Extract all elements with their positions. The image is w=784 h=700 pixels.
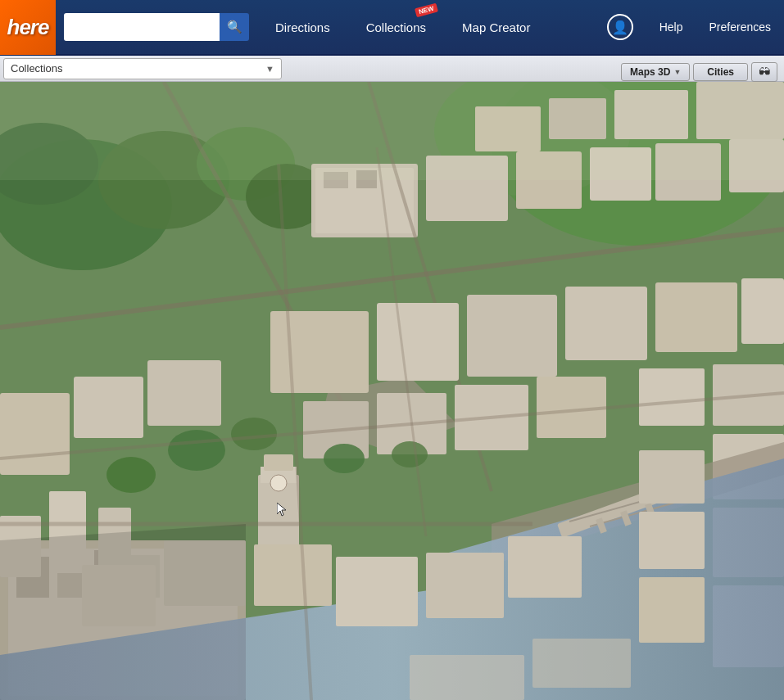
- person-icon: 👤: [612, 20, 628, 35]
- map-creator-label: Map Creator: [462, 20, 530, 34]
- svg-point-61: [392, 441, 428, 467]
- cities-button[interactable]: Cities: [693, 63, 748, 81]
- here-logo[interactable]: here: [0, 0, 56, 55]
- svg-rect-72: [639, 577, 705, 643]
- search-input[interactable]: [64, 13, 220, 41]
- svg-rect-41: [467, 295, 557, 377]
- svg-rect-70: [639, 450, 705, 504]
- main-nav: Directions Collections NEW Map Creator: [257, 0, 548, 54]
- collections-badge: NEW: [415, 3, 438, 18]
- svg-rect-77: [426, 553, 504, 618]
- cities-label: Cities: [707, 66, 734, 78]
- search-container: 🔍: [64, 13, 249, 41]
- svg-rect-44: [741, 278, 784, 344]
- maps-3d-label: Maps 3D: [630, 66, 670, 78]
- nav-collections[interactable]: Collections NEW: [348, 0, 444, 55]
- svg-rect-71: [639, 512, 705, 569]
- toolbar: Collections ▼ Maps 3D ▼ Cities 🕶: [0, 56, 784, 82]
- login-button[interactable]: 👤: [594, 0, 646, 55]
- help-button[interactable]: Help: [646, 0, 696, 55]
- nav-map-creator[interactable]: Map Creator: [444, 0, 548, 55]
- streetview-button[interactable]: 🕶: [751, 62, 777, 82]
- map-svg: [0, 82, 784, 700]
- svg-rect-39: [270, 311, 369, 393]
- streetview-icon: 🕶: [759, 65, 770, 79]
- maps-3d-button[interactable]: Maps 3D ▼: [621, 63, 690, 81]
- svg-point-35: [270, 475, 287, 491]
- map-controls: Maps 3D ▼ Cities 🕶: [621, 62, 777, 82]
- dropdown-arrow-icon: ▼: [265, 64, 274, 74]
- search-button[interactable]: 🔍: [220, 13, 249, 41]
- svg-rect-76: [336, 557, 418, 626]
- directions-label: Directions: [275, 20, 330, 34]
- svg-rect-42: [565, 287, 647, 360]
- svg-rect-86: [0, 82, 784, 180]
- svg-point-58: [231, 418, 277, 450]
- right-nav: 👤 Help Preferences: [594, 0, 784, 54]
- svg-rect-75: [254, 544, 332, 606]
- svg-rect-78: [508, 536, 582, 598]
- collections-dropdown[interactable]: Collections ▼: [3, 58, 282, 79]
- nav-directions[interactable]: Directions: [257, 0, 348, 55]
- svg-point-57: [168, 430, 225, 471]
- map-area[interactable]: [0, 82, 784, 700]
- svg-rect-52: [639, 368, 705, 426]
- svg-rect-43: [655, 282, 737, 352]
- collections-dropdown-label: Collections: [11, 62, 63, 75]
- svg-rect-80: [410, 655, 524, 700]
- header: here 🔍 Directions Collections NEW Map Cr…: [0, 0, 784, 56]
- svg-rect-45: [147, 360, 221, 426]
- svg-marker-85: [0, 524, 246, 700]
- svg-rect-34: [264, 454, 293, 471]
- svg-point-60: [324, 444, 365, 473]
- collections-label: Collections: [366, 20, 426, 34]
- svg-rect-79: [532, 639, 631, 688]
- svg-rect-40: [377, 303, 459, 381]
- search-icon: 🔍: [227, 20, 242, 34]
- preferences-label: Preferences: [709, 20, 771, 34]
- maps-3d-dropdown-icon: ▼: [673, 68, 681, 76]
- svg-rect-47: [0, 393, 70, 475]
- help-label: Help: [659, 20, 683, 34]
- logo-text: here: [7, 15, 49, 40]
- svg-point-59: [106, 457, 156, 493]
- login-icon: 👤: [607, 14, 633, 40]
- svg-rect-46: [74, 377, 143, 438]
- preferences-button[interactable]: Preferences: [696, 0, 784, 55]
